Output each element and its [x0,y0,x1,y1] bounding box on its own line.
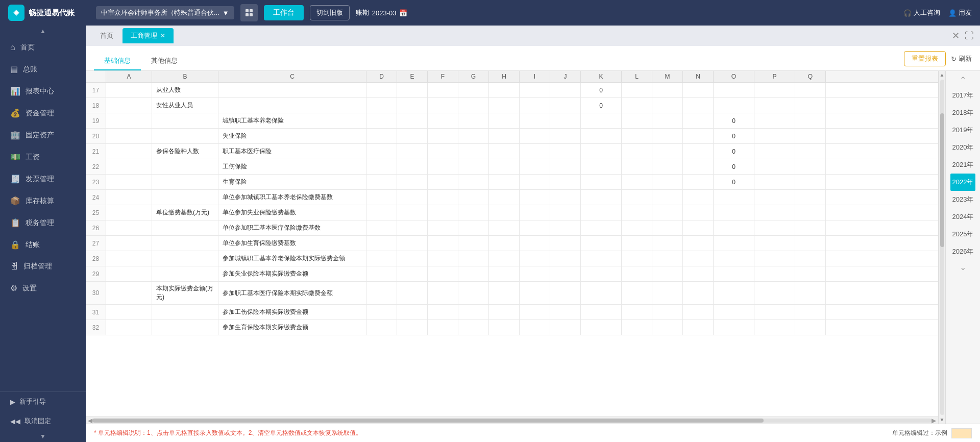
table-cell[interactable] [795,190,826,205]
table-cell[interactable] [366,320,397,335]
table-cell[interactable] [581,205,622,220]
table-cell[interactable] [581,190,622,205]
table-cell[interactable] [458,251,489,266]
table-cell[interactable] [366,83,397,97]
user-area[interactable]: 👤 用友 [948,8,972,17]
reset-report-button[interactable]: 重置报表 [904,51,946,66]
year-item[interactable]: 2017年 [950,87,976,104]
table-cell[interactable] [397,320,428,335]
table-cell[interactable] [106,113,152,128]
table-cell[interactable] [458,175,489,189]
table-cell[interactable]: 生育保险 [218,175,366,189]
table-cell[interactable] [683,144,714,159]
table-cell[interactable] [397,129,428,143]
table-cell[interactable] [683,205,714,220]
table-cell[interactable] [795,236,826,251]
table-cell[interactable] [520,236,550,251]
table-cell[interactable] [366,113,397,128]
year-item[interactable]: 2019年 [950,121,976,139]
table-cell[interactable] [795,251,826,266]
table-cell[interactable] [754,251,795,266]
table-cell[interactable]: 单位参加失业保险缴费基数 [218,205,366,220]
sidebar-item-inventory[interactable]: 📦 库存核算 [0,190,86,212]
table-cell[interactable] [489,220,520,235]
table-cell[interactable] [152,175,218,189]
table-cell[interactable] [106,282,152,304]
table-cell[interactable]: 参保各险种人数 [152,144,218,159]
table-cell[interactable] [218,83,366,97]
table-cell[interactable] [520,305,550,320]
table-cell[interactable] [520,190,550,205]
table-cell[interactable] [106,305,152,320]
table-cell[interactable] [550,266,581,281]
year-item[interactable]: 2018年 [950,104,976,121]
table-cell[interactable] [366,220,397,235]
table-cell[interactable]: 职工基本医疗保险 [218,144,366,159]
table-cell[interactable]: 0 [714,144,754,159]
sub-tab-other[interactable]: 其他信息 [141,52,188,70]
table-cell[interactable] [754,113,795,128]
table-cell[interactable] [754,175,795,189]
table-cell[interactable] [489,236,520,251]
table-cell[interactable] [366,98,397,113]
table-cell[interactable] [683,98,714,113]
table-cell[interactable] [489,266,520,281]
table-cell[interactable] [106,175,152,189]
year-down-button[interactable]: ⌄ [946,260,980,274]
table-cell[interactable] [366,144,397,159]
table-cell[interactable] [366,175,397,189]
sidebar-item-home[interactable]: ⌂ 首页 [0,37,86,58]
table-cell[interactable] [428,159,458,174]
table-cell[interactable] [550,251,581,266]
table-cell[interactable] [652,175,683,189]
h-scroll-left-icon[interactable]: ◀ [88,417,92,424]
table-cell[interactable] [754,190,795,205]
table-cell[interactable] [106,220,152,235]
table-cell[interactable] [714,190,754,205]
table-cell[interactable] [428,144,458,159]
table-cell[interactable] [550,83,581,97]
table-cell[interactable] [489,305,520,320]
table-cell[interactable] [652,251,683,266]
sub-tab-basic[interactable]: 基础信息 [94,52,141,70]
table-cell[interactable] [366,266,397,281]
table-cell[interactable] [550,190,581,205]
table-cell[interactable] [683,190,714,205]
table-cell[interactable] [550,113,581,128]
table-row[interactable]: 31参加工伤保险本期实际缴费金额 [86,305,938,320]
table-cell[interactable] [622,98,652,113]
table-cell[interactable]: 参加生育保险本期实际缴费金额 [218,320,366,335]
v-scroll-thumb[interactable] [940,113,944,248]
table-cell[interactable] [520,83,550,97]
table-cell[interactable] [152,251,218,266]
h-scroll-track[interactable] [92,419,932,423]
table-cell[interactable] [106,320,152,335]
table-cell[interactable] [489,282,520,304]
table-cell[interactable] [489,251,520,266]
table-cell[interactable]: 0 [714,113,754,128]
table-cell[interactable]: 0 [581,98,622,113]
table-row[interactable]: 19城镇职工基本养老保险0 [86,113,938,129]
table-cell[interactable] [581,320,622,335]
table-cell[interactable] [550,205,581,220]
sidebar-item-funds[interactable]: 💰 资金管理 [0,102,86,124]
table-cell[interactable] [622,220,652,235]
table-cell[interactable] [458,205,489,220]
expand-window-icon[interactable]: ⛶ [965,31,974,41]
table-cell[interactable] [397,190,428,205]
h-scroll-right-icon[interactable]: ▶ [932,417,936,424]
table-cell[interactable] [489,190,520,205]
table-cell[interactable] [428,190,458,205]
table-cell[interactable] [581,305,622,320]
table-cell[interactable] [458,220,489,235]
table-cell[interactable] [458,282,489,304]
table-cell[interactable]: 参加失业保险本期实际缴费金额 [218,266,366,281]
table-cell[interactable] [489,159,520,174]
ai-consult[interactable]: 🎧 人工咨询 [903,8,940,17]
table-cell[interactable] [520,205,550,220]
year-item[interactable]: 2025年 [950,226,976,243]
table-cell[interactable] [652,113,683,128]
table-cell[interactable] [106,266,152,281]
table-cell[interactable] [581,144,622,159]
table-cell[interactable] [795,266,826,281]
